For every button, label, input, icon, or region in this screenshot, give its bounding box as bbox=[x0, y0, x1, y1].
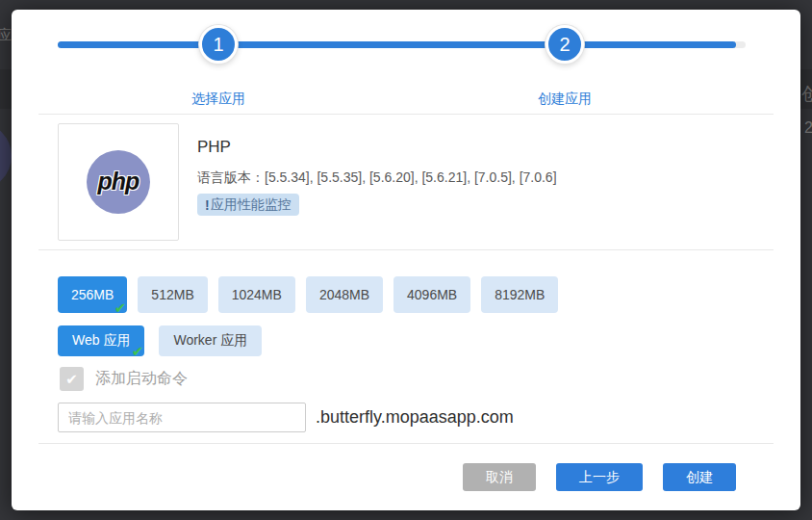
wizard-stepper: 1 2 选择应用 创建应用 bbox=[12, 10, 800, 114]
type-option-worker[interactable]: Worker 应用 bbox=[159, 325, 262, 356]
memory-option-label: 8192MB bbox=[495, 287, 545, 302]
backdrop-partial-text-right-bottom: 2 bbox=[804, 119, 812, 137]
php-logo-icon: php bbox=[87, 150, 150, 214]
previous-step-button[interactable]: 上一步 bbox=[556, 463, 643, 491]
type-option-web[interactable]: Web 应用 ✔ bbox=[58, 325, 144, 356]
memory-option-label: 512MB bbox=[151, 287, 193, 302]
step-2-circle[interactable]: 2 bbox=[546, 25, 584, 64]
step-2-label: 创建应用 bbox=[507, 91, 622, 108]
app-title: PHP bbox=[197, 138, 231, 157]
memory-option-8192mb[interactable]: 8192MB bbox=[481, 276, 558, 313]
backdrop-partial-text-left: 应 bbox=[0, 26, 12, 44]
performance-monitor-badge: ! 应用性能监控 bbox=[197, 194, 299, 216]
create-app-modal: 1 2 选择应用 创建应用 php PHP 语言版本：[5.5.34], [5.… bbox=[12, 10, 800, 510]
memory-option-4096mb[interactable]: 4096MB bbox=[393, 276, 470, 313]
badge-label: 应用性能监控 bbox=[211, 196, 292, 214]
app-card: php bbox=[58, 123, 179, 241]
startup-command-checkbox[interactable]: ✔ bbox=[60, 367, 84, 391]
domain-suffix: .butterfly.mopaasapp.com bbox=[316, 407, 514, 428]
versions-label: 语言版本： bbox=[197, 169, 265, 185]
memory-option-label: 4096MB bbox=[407, 287, 457, 302]
startup-command-row: ✔ 添加启动命令 bbox=[60, 367, 188, 391]
versions-list: [5.5.34], [5.5.35], [5.6.20], [5.6.21], … bbox=[265, 169, 557, 185]
app-name-row: .butterfly.mopaasapp.com bbox=[58, 403, 514, 432]
app-versions: 语言版本：[5.5.34], [5.5.35], [5.6.20], [5.6.… bbox=[197, 169, 557, 187]
backdrop-partial-logo bbox=[0, 122, 12, 190]
memory-options-row: 256MB ✔ 512MB 1024MB 2048MB 4096MB 8192M… bbox=[58, 276, 558, 313]
step-2-number: 2 bbox=[559, 34, 570, 56]
divider bbox=[38, 249, 774, 250]
memory-option-label: 1024MB bbox=[232, 287, 282, 302]
modal-footer: 取消 上一步 创建 bbox=[12, 463, 800, 491]
checkbox-check-icon: ✔ bbox=[65, 371, 78, 388]
type-option-label: Worker 应用 bbox=[173, 332, 247, 348]
stepper-progress-bar bbox=[58, 41, 736, 48]
backdrop-partial-text-right-top: 创 bbox=[801, 82, 812, 107]
app-name-input[interactable] bbox=[58, 403, 306, 432]
check-icon: ✔ bbox=[132, 343, 144, 360]
step-1-label: 选择应用 bbox=[161, 91, 276, 108]
startup-command-label: 添加启动命令 bbox=[95, 369, 188, 389]
check-icon: ✔ bbox=[114, 299, 127, 317]
memory-option-1024mb[interactable]: 1024MB bbox=[218, 276, 295, 313]
memory-option-256mb[interactable]: 256MB ✔ bbox=[58, 276, 127, 313]
divider bbox=[38, 114, 774, 115]
app-type-row: Web 应用 ✔ Worker 应用 bbox=[58, 325, 262, 356]
memory-option-2048mb[interactable]: 2048MB bbox=[306, 276, 383, 313]
memory-option-label: 256MB bbox=[71, 287, 114, 302]
php-logo-text: php bbox=[98, 168, 140, 195]
memory-option-512mb[interactable]: 512MB bbox=[138, 276, 207, 313]
type-option-label: Web 应用 bbox=[72, 332, 130, 348]
exclamation-icon: ! bbox=[205, 197, 210, 213]
memory-option-label: 2048MB bbox=[319, 287, 369, 302]
cancel-button[interactable]: 取消 bbox=[463, 463, 536, 491]
step-1-circle[interactable]: 1 bbox=[199, 25, 238, 64]
divider bbox=[38, 443, 774, 444]
create-button[interactable]: 创建 bbox=[663, 463, 736, 491]
step-1-number: 1 bbox=[213, 34, 223, 56]
